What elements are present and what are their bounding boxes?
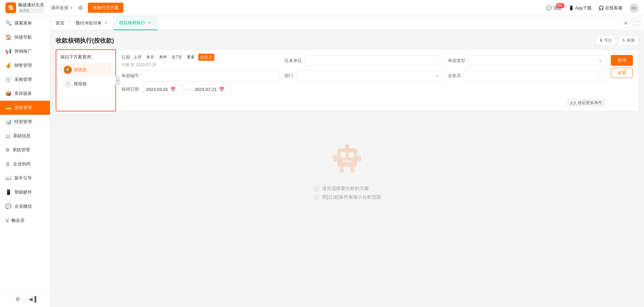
refresh-icon: ↻: [622, 38, 626, 43]
calendar-icon: 🗓: [5, 161, 10, 167]
staff-label: 业务员: [448, 73, 461, 79]
sidebar-item-sales[interactable]: 💰 销售管理: [0, 58, 50, 72]
sidebar: 🔍 搜索菜单 🏠 快捷导航 📢 营销推广 💰 销售管理 🛒 采购管理 📦 库存核…: [0, 16, 50, 307]
top-bar-right: 💬 消息 99+ 📱 App下载 🎧 在线客服 Rit: [546, 3, 639, 13]
collapse-panel-button[interactable]: »: [115, 76, 120, 85]
empty-illustration: [330, 138, 364, 182]
chevron-icon: ▼: [598, 58, 602, 63]
filter-row-3: 核销日期 2023-03-01 📅 — 2023-07-21: [121, 84, 605, 95]
member-icon: Ⅴ: [5, 217, 9, 223]
settings-icon: ⚙: [5, 147, 10, 153]
chart-icon: 📊: [5, 119, 12, 125]
collapse-more-area: ⋀⋀ 收起更多条件: [121, 99, 605, 107]
filter-row-1: 日期 上月 本月 本年 近7天 更多 自定义: [121, 54, 605, 68]
tab-receipt-cancel[interactable]: 收款核销执行 ✕: [114, 16, 157, 30]
headset-icon: 🎧: [598, 5, 604, 10]
tab-close-prepay[interactable]: ✕: [104, 20, 108, 26]
cancel-date-start-input[interactable]: 2023-03-01 📅: [143, 84, 183, 95]
sidebar-item-quick-nav[interactable]: 🏠 快捷导航: [0, 30, 50, 44]
filter-panel: 按以下方案查询 💵 按收款 🕐 按应收 »: [56, 49, 639, 111]
user-area[interactable]: Rit: [629, 3, 639, 13]
page-title: 收款核销执行(按收款): [56, 37, 114, 45]
tab-fullscreen-button[interactable]: ⛶: [632, 18, 641, 28]
search-icon: 🔍: [5, 20, 12, 26]
query-button[interactable]: 查询: [611, 55, 633, 66]
online-service-button[interactable]: 🎧 在线客服: [598, 5, 623, 11]
sidebar-bottom: ⚙ ◀▐: [0, 291, 50, 307]
query-option-by-receipt[interactable]: 💵 按收款: [60, 63, 111, 76]
filter-fields: 日期 上月 本月 本年 近7天 更多 自定义: [121, 54, 605, 107]
date-shortcut-this-year[interactable]: 本年: [158, 54, 168, 61]
sidebar-item-search-menu[interactable]: 🔍 搜索菜单: [0, 16, 50, 30]
tab-bar: 首页 预付冲应付单 ✕ 收款核销执行 ✕ ✕ ⛶: [50, 16, 644, 30]
sidebar-item-marketing[interactable]: 📢 营销推广: [0, 44, 50, 58]
page-header: 收款核销执行(按收款) ⬆ 导出 ↻ 刷新: [56, 36, 639, 45]
svg-rect-0: [337, 148, 357, 167]
export-icon: ⬆: [599, 38, 603, 43]
date-shortcut-more[interactable]: 更多: [185, 54, 196, 61]
logo-text-block: 畅捷通好生意 标准版: [18, 2, 44, 13]
sidebar-item-inventory[interactable]: 📦 库存核算: [0, 87, 50, 101]
dept-select[interactable]: ▼: [296, 70, 442, 81]
filter-cell-doc-type: 单据类型 ▼: [448, 54, 605, 68]
svg-rect-3: [342, 160, 352, 162]
message-icon: 💬: [546, 5, 552, 10]
receipt-option-icon: 💵: [64, 66, 72, 74]
dept-label: 部门: [284, 73, 293, 79]
sidebar-item-smart-hw[interactable]: 📱 智能硬件: [0, 185, 50, 199]
date-label: 日期: [121, 54, 130, 60]
staff-input[interactable]: ···: [464, 70, 605, 81]
empty-hint-2: 2 用[过滤]条件来缩小分析范围: [313, 194, 381, 200]
set-button[interactable]: 设置: [611, 68, 633, 78]
sidebar-item-guide[interactable]: 📖 新手引导: [0, 171, 50, 185]
export-button[interactable]: ⬆ 导出: [596, 36, 616, 45]
megaphone-icon: 📢: [5, 48, 12, 54]
date-shortcut-this-month[interactable]: 本月: [145, 54, 156, 61]
page-actions: ⬆ 导出 ↻ 刷新: [596, 36, 639, 45]
industry-button[interactable]: 休验行业方案: [88, 3, 123, 13]
svg-rect-8: [351, 167, 355, 173]
query-option-by-receivable[interactable]: 🕐 按应收: [60, 78, 111, 90]
doc-no-input[interactable]: [142, 70, 279, 81]
sidebar-item-basic-info[interactable]: 🗂 基础信息: [0, 129, 50, 143]
date-shortcut-7days[interactable]: 近7天: [170, 54, 183, 61]
date-shortcut-last-month[interactable]: 上月: [132, 54, 143, 61]
svg-rect-2: [348, 152, 354, 158]
sidebar-item-system[interactable]: ⚙ 系统管理: [0, 143, 50, 157]
refresh-button[interactable]: ↻ 刷新: [619, 36, 639, 45]
chevron-down-icon: ▼: [70, 6, 73, 10]
filter-cell-date: 日期 上月 本月 本年 近7天 更多 自定义: [121, 54, 279, 68]
tab-close-receipt-cancel[interactable]: ✕: [147, 20, 152, 25]
home-icon: 🏠: [5, 34, 12, 40]
tab-home[interactable]: 首页: [50, 16, 70, 30]
sidebar-collapse-button[interactable]: ◀▐: [27, 294, 38, 304]
device-icon: 📱: [5, 189, 12, 195]
date-shortcut-custom[interactable]: 自定义: [198, 54, 214, 61]
top-bar-left: 兔 畅捷通好生意 标准版 演示企业 ▼ ⚙ 休验行业方案: [5, 2, 123, 13]
calendar-start-icon: 📅: [170, 87, 176, 92]
company-selector[interactable]: 演示企业 ▼: [51, 5, 73, 11]
gear-button[interactable]: ⚙: [76, 3, 85, 12]
tab-close-all-button[interactable]: ✕: [621, 18, 631, 28]
doc-type-select[interactable]: ▼: [468, 55, 605, 66]
box-icon: 📦: [5, 91, 12, 97]
sidebar-settings-button[interactable]: ⚙: [12, 294, 23, 304]
sidebar-item-member[interactable]: Ⅴ 畅会员: [0, 213, 50, 227]
tab-prepay[interactable]: 预付冲应付单 ✕: [70, 16, 114, 30]
filter-cell-dept: 部门 ▼: [284, 70, 442, 81]
app-download-button[interactable]: 📱 App下载: [569, 5, 592, 11]
content-area: 首页 预付冲应付单 ✕ 收款核销执行 ✕ ✕ ⛶ 收款核销执行(按收款): [50, 16, 644, 307]
date-range-hint: 不限 至 2023-07-26: [121, 62, 156, 68]
sidebar-item-finance[interactable]: 💳 资金管理: [0, 101, 50, 115]
sidebar-item-enterprise[interactable]: 🗓 企业协同: [0, 157, 50, 171]
sidebar-item-wechat[interactable]: 💬 企业微信: [0, 199, 50, 213]
app-badge: 标准版: [18, 8, 44, 13]
partner-label: 往来单位: [284, 58, 302, 64]
collapse-more-button[interactable]: ⋀⋀ 收起更多条件: [567, 99, 605, 107]
cancel-date-end-input[interactable]: 2023-07-21 📅: [192, 84, 232, 95]
partner-input[interactable]: ···: [305, 55, 442, 66]
sidebar-item-business[interactable]: 📊 经营管理: [0, 115, 50, 129]
message-button[interactable]: 💬 消息 99+: [546, 5, 562, 11]
sidebar-item-purchase[interactable]: 🛒 采购管理: [0, 72, 50, 87]
svg-rect-6: [357, 155, 361, 162]
